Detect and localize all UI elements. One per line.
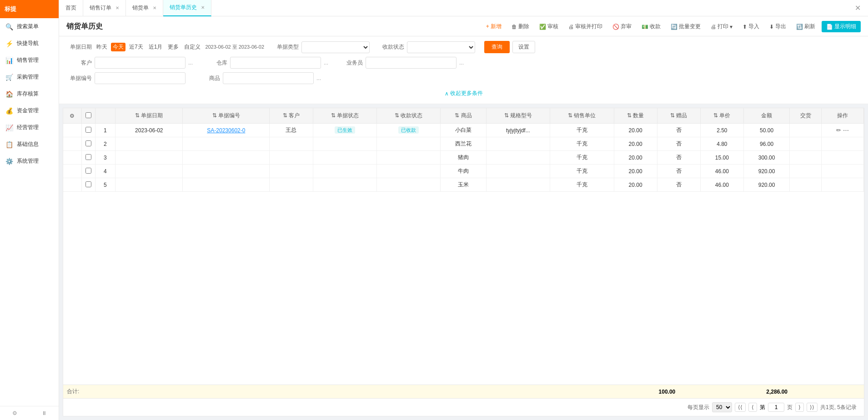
col-unit-header[interactable]: ⇅ 销售单位 xyxy=(550,108,614,124)
cell-ops[interactable] xyxy=(822,151,864,165)
pagination: 每页显示 50 ⟨⟨ ⟨ 第 页 ⟩ ⟩⟩ 共1页, 5条记录 xyxy=(63,399,864,416)
col-customer-header[interactable]: ⇅ 客户 xyxy=(270,108,313,124)
warehouse-input[interactable] xyxy=(230,57,321,69)
col-collectstatus-header[interactable]: ⇅ 收款状态 xyxy=(376,108,440,124)
docno-input[interactable] xyxy=(95,72,186,84)
next-page-button[interactable]: ⟩ xyxy=(795,403,804,412)
cell-check[interactable] xyxy=(81,137,95,151)
cell-docno[interactable] xyxy=(183,178,270,192)
cell-docno[interactable] xyxy=(183,137,270,151)
warehouse-dots[interactable]: ... xyxy=(324,60,328,66)
cell-docstatus xyxy=(313,178,376,192)
col-docno-header[interactable]: ⇅ 单据编号 xyxy=(183,108,270,124)
col-qty-header[interactable]: ⇅ 数量 xyxy=(614,108,657,124)
sidebar-item-search[interactable]: 🔍 搜索菜单 xyxy=(0,18,59,35)
new-button[interactable]: + 新增 xyxy=(482,21,505,32)
tabs-close-all-btn[interactable]: ✕ xyxy=(852,4,863,12)
delete-button[interactable]: 🗑 删除 xyxy=(508,21,533,32)
sidebar-item-basicinfo[interactable]: 📋 基础信息 xyxy=(0,136,59,153)
col-settings-header[interactable]: ⚙ xyxy=(63,108,81,124)
cell-docno[interactable] xyxy=(183,151,270,165)
tab-sales-order-close[interactable]: ✕ xyxy=(115,5,119,10)
sidebar-item-system[interactable]: ⚙️ 系统管理 xyxy=(0,153,59,170)
collect-button[interactable]: 💵 收款 xyxy=(638,21,664,32)
tab-sales-history-close[interactable]: ✕ xyxy=(201,5,205,10)
last-page-button[interactable]: ⟩⟩ xyxy=(807,403,818,412)
goods-dots[interactable]: ... xyxy=(316,75,321,81)
select-all-checkbox[interactable] xyxy=(85,112,91,118)
cell-ops[interactable] xyxy=(822,137,864,151)
audit-print-button[interactable]: 🖨 审核并打印 xyxy=(565,21,606,32)
row-checkbox[interactable] xyxy=(85,127,91,133)
show-detail-button[interactable]: 📄 显示明细 xyxy=(822,21,861,32)
cell-goods: 牛肉 xyxy=(441,165,486,178)
shortcut-more[interactable]: 更多 xyxy=(166,43,181,51)
tab-sales-order[interactable]: 销售订单 ✕ xyxy=(83,0,126,16)
customer-input[interactable] xyxy=(95,57,186,69)
cell-docno[interactable] xyxy=(183,165,270,178)
col-gift-header[interactable]: ⇅ 赠品 xyxy=(657,108,700,124)
abandon-button[interactable]: 🚫 弃审 xyxy=(609,21,635,32)
collapse-btn[interactable]: ∧ 收起更多条件 xyxy=(66,88,861,99)
cell-ops[interactable] xyxy=(822,165,864,178)
col-date-header[interactable]: ⇅ 单据日期 xyxy=(115,108,183,124)
sidebar-item-sales[interactable]: 📊 销售管理 xyxy=(0,52,59,69)
cell-ops[interactable]: ✏⋯ xyxy=(822,124,864,137)
footer-settings-icon[interactable]: ⚙ xyxy=(12,410,17,416)
import-button[interactable]: ⬆ 导入 xyxy=(739,21,763,32)
sidebar-item-inventory[interactable]: 🏠 库存核算 xyxy=(0,85,59,102)
type-select[interactable] xyxy=(301,41,370,53)
doc-no-link[interactable]: SA-20230602-0 xyxy=(207,127,245,134)
tab-home[interactable]: 首页 xyxy=(59,0,83,16)
row-checkbox[interactable] xyxy=(85,154,91,160)
first-page-button[interactable]: ⟨⟨ xyxy=(735,403,746,412)
col-goods-header[interactable]: ⇅ 商品 xyxy=(441,108,486,124)
staff-dots[interactable]: ... xyxy=(459,60,464,66)
cell-spec xyxy=(486,165,550,178)
tab-sales-history[interactable]: 销货单历史 ✕ xyxy=(163,0,211,16)
cell-check[interactable] xyxy=(81,178,95,192)
shortcut-7days[interactable]: 近7天 xyxy=(127,43,145,51)
set-button[interactable]: 设置 xyxy=(512,41,535,53)
row-checkbox[interactable] xyxy=(85,181,91,187)
collect-status-select[interactable] xyxy=(407,41,475,53)
staff-input[interactable] xyxy=(366,57,457,69)
prev-page-button[interactable]: ⟨ xyxy=(748,403,757,412)
customer-dots[interactable]: ... xyxy=(188,60,193,66)
query-button[interactable]: 查询 xyxy=(484,41,510,53)
footer-collapse-icon[interactable]: ⏸ xyxy=(41,410,47,416)
batch-change-button[interactable]: 🔄 批量变更 xyxy=(667,21,704,32)
audit-button[interactable]: ✅ 审核 xyxy=(536,21,562,32)
refresh-button[interactable]: 🔃 刷新 xyxy=(793,21,819,32)
col-check-header[interactable] xyxy=(81,108,95,124)
cell-check[interactable] xyxy=(81,124,95,137)
sidebar-item-operations[interactable]: 📈 经营管理 xyxy=(0,119,59,136)
sidebar-item-finance[interactable]: 💰 资金管理 xyxy=(0,102,59,119)
edit-btn[interactable]: ✏ xyxy=(836,127,841,134)
col-price-header[interactable]: ⇅ 单价 xyxy=(700,108,743,124)
page-number-input[interactable] xyxy=(768,403,784,412)
cell-spec xyxy=(486,137,550,151)
row-checkbox[interactable] xyxy=(85,140,91,146)
shortcut-custom[interactable]: 自定义 xyxy=(182,43,202,51)
goods-input[interactable] xyxy=(223,72,314,84)
export-button[interactable]: ⬇ 导出 xyxy=(766,21,790,32)
col-spec-header[interactable]: ⇅ 规格型号 xyxy=(486,108,550,124)
tab-sales-goods[interactable]: 销货单 ✕ xyxy=(126,0,163,16)
cell-ops[interactable] xyxy=(822,178,864,192)
print-button[interactable]: 🖨 打印 ▾ xyxy=(707,21,736,32)
sidebar-item-purchase[interactable]: 🛒 采购管理 xyxy=(0,69,59,85)
more-btn[interactable]: ⋯ xyxy=(843,127,849,134)
col-docstatus-header[interactable]: ⇅ 单据状态 xyxy=(313,108,376,124)
cell-docno[interactable]: SA-20230602-0 xyxy=(183,124,270,137)
cell-check[interactable] xyxy=(81,151,95,165)
cell-rowno: 5 xyxy=(95,178,115,192)
sidebar-item-quicknav[interactable]: ⚡ 快捷导航 xyxy=(0,35,59,52)
tab-sales-goods-close[interactable]: ✕ xyxy=(153,5,156,10)
row-checkbox[interactable] xyxy=(85,168,91,174)
shortcut-today[interactable]: 今天 xyxy=(111,43,125,51)
shortcut-1month[interactable]: 近1月 xyxy=(147,43,165,51)
shortcut-yesterday[interactable]: 昨天 xyxy=(95,43,109,51)
cell-check[interactable] xyxy=(81,165,95,178)
per-page-select[interactable]: 50 xyxy=(712,402,732,412)
